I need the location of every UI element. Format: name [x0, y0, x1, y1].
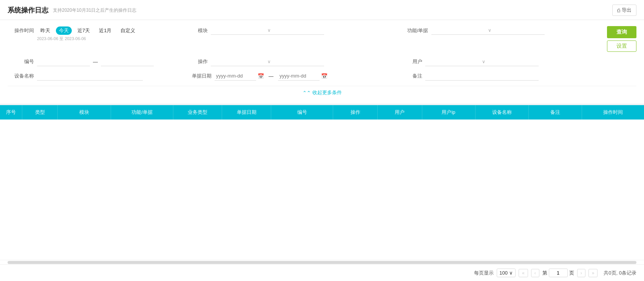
operation-label: 操作 [181, 58, 208, 65]
page-unit: 页 [569, 270, 574, 276]
module-select[interactable]: ∨ [211, 26, 324, 35]
collapse-label: 收起更多条件 [312, 89, 342, 96]
page-label: 第 [542, 270, 547, 276]
horizontal-scrollbar[interactable] [0, 260, 644, 264]
per-page-label: 每页显示 [474, 270, 494, 276]
col-number: 编号 [271, 105, 333, 120]
scrollbar-thumb[interactable] [8, 261, 636, 264]
device-input[interactable] [37, 71, 143, 81]
col-operation: 操作 [333, 105, 378, 120]
col-user-ip: 用户ip [422, 105, 475, 120]
page-size-value: 100 [499, 270, 508, 276]
col-type: 类型 [22, 105, 58, 120]
export-icon: ⎙ [617, 8, 620, 13]
col-device: 设备名称 [475, 105, 528, 120]
page-size-select[interactable]: 100 ∨ [497, 269, 516, 277]
module-chevron-icon: ∨ [267, 28, 323, 33]
calendar-start-icon[interactable]: 📅 [258, 73, 264, 79]
time-btn-7days[interactable]: 近7天 [74, 26, 93, 35]
export-button[interactable]: ⎙ 导出 [612, 5, 636, 16]
prev-page-button[interactable]: ‹ [531, 269, 539, 277]
empty-area [0, 120, 644, 241]
time-btn-custom[interactable]: 自定义 [117, 26, 139, 35]
number-end-input[interactable] [101, 57, 154, 66]
col-remark: 备注 [528, 105, 582, 120]
date-end-input[interactable] [278, 71, 320, 81]
settings-button[interactable]: 设置 [607, 40, 636, 52]
total-info: 共0页, 0条记录 [604, 270, 636, 276]
collapse-button[interactable]: ⌃⌃ 收起更多条件 [303, 89, 342, 96]
page-size-chevron-icon: ∨ [509, 270, 513, 276]
col-doc-date: 单据日期 [222, 105, 271, 120]
time-btn-1month[interactable]: 近1月 [96, 26, 115, 35]
func-label: 功能/单据 [398, 27, 428, 34]
col-user: 用户 [377, 105, 422, 120]
calendar-end-icon[interactable]: 📅 [321, 73, 327, 79]
number-start-input[interactable] [37, 57, 90, 66]
time-range-display: 2023-06-06 至 2023-06-06 [37, 36, 166, 42]
col-biz-type: 业务类型 [173, 105, 222, 120]
module-label: 模块 [181, 27, 208, 34]
last-page-button[interactable]: » [588, 269, 598, 277]
doc-date-label: 单据日期 [181, 73, 212, 79]
page-subtitle: 支持2020年10月31日之后产生的操作日志 [53, 7, 136, 14]
collapse-icon: ⌃⌃ [303, 90, 311, 96]
time-label: 操作时间 [8, 27, 34, 34]
remark-label: 备注 [392, 73, 422, 79]
col-module: 模块 [58, 105, 111, 120]
time-btn-yesterday[interactable]: 昨天 [37, 26, 54, 35]
number-label: 编号 [8, 58, 34, 65]
device-label: 设备名称 [8, 73, 34, 79]
user-select[interactable]: ∨ [425, 57, 539, 66]
func-select[interactable]: ∨ [431, 26, 545, 35]
query-button[interactable]: 查询 [607, 26, 636, 38]
col-index: 序号 [0, 105, 22, 120]
first-page-button[interactable]: « [519, 269, 528, 277]
user-chevron-icon: ∨ [482, 59, 537, 64]
page-input-group: 第 页 [542, 269, 574, 277]
operation-chevron-icon: ∨ [267, 59, 323, 64]
col-func: 功能/单据 [111, 105, 173, 120]
col-op-time: 操作时间 [582, 105, 644, 120]
func-chevron-icon: ∨ [488, 28, 543, 33]
remark-input[interactable] [425, 71, 539, 81]
page-number-input[interactable] [549, 269, 568, 277]
operation-select[interactable]: ∨ [211, 57, 324, 66]
next-page-button[interactable]: › [577, 269, 585, 277]
pagination-bar: 每页显示 100 ∨ « ‹ 第 页 › » 共0页, 0条记录 [0, 264, 644, 281]
time-btn-today[interactable]: 今天 [56, 26, 72, 35]
user-label: 用户 [392, 58, 422, 65]
page-title: 系统操作日志 [8, 6, 48, 15]
export-label: 导出 [622, 7, 632, 14]
date-dash: — [269, 73, 273, 79]
date-start-input[interactable] [215, 71, 256, 81]
number-dash: — [93, 59, 98, 65]
